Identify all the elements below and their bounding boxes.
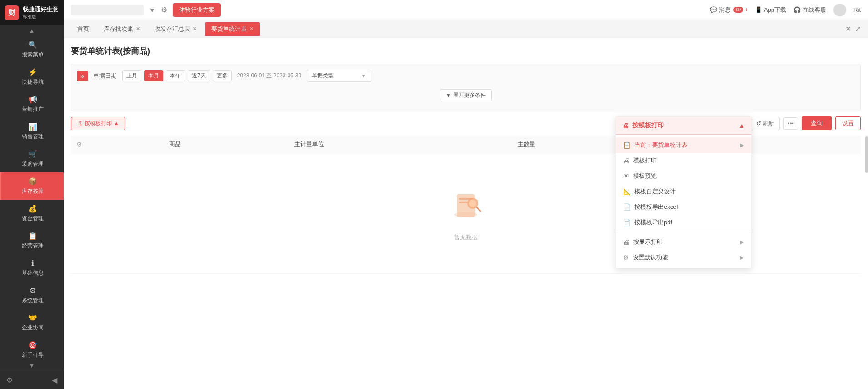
template-custom-icon: 📐 [623,188,631,195]
sidebar-item-search[interactable]: 🔍 搜索菜单 [0,36,64,63]
tabbar-right: ✕ ⤢ [845,25,861,33]
display-print-chevron: ▶ [740,239,744,245]
sidebar-item-label: 营销推广 [22,106,44,113]
messages-button[interactable]: 💬 消息 99 + [710,6,748,14]
date-btn-this-year[interactable]: 本年 [166,70,185,81]
more-options-button[interactable]: ••• [783,117,798,130]
template-preview-icon: 👁 [623,172,629,180]
table-col-product: 商品 [164,136,289,153]
current-template-item[interactable]: 📋 当前：要货单统计表 ▶ [616,137,751,153]
trial-button[interactable]: 体验行业方案 [173,3,221,17]
print-dropdown: 🖨 按模板打印 ▲ 📋 当前：要货单统计表 ▶ [615,116,752,268]
sidebar-item-inventory[interactable]: 📦 库存核算 [0,172,64,200]
filter-expand-button[interactable]: » [77,71,88,81]
sidebar-item-operations[interactable]: 📋 经营管理 [0,227,64,254]
tabbar-close-icon[interactable]: ✕ [845,25,851,33]
sidebar-item-purchase[interactable]: 🛒 采购管理 [0,145,64,172]
logo-icon: 财 [5,5,19,20]
online-support-button[interactable]: 🎧 在线客服 [793,6,826,14]
sidebar-item-quick-nav[interactable]: ⚡ 快捷导航 [0,63,64,91]
page-title: 要货单统计表(按商品) [71,45,861,56]
sidebar-item-label: 库存核算 [22,187,44,195]
app-download-button[interactable]: 📱 App下载 [755,6,786,14]
tab-order-stats[interactable]: 要货单统计表 ✕ [205,22,260,36]
sidebar-item-label: 新手引导 [22,351,44,359]
collapse-icon[interactable]: ◀ [52,376,57,384]
sidebar-item-sales[interactable]: 📊 销售管理 [0,118,64,145]
search-icon: 🔍 [28,40,37,49]
sidebar-item-label: 销售管理 [22,133,44,141]
sidebar-item-enterprise[interactable]: 🤝 企业协同 [0,309,64,336]
topbar-right: 💬 消息 99 + 📱 App下载 🎧 在线客服 Rit [710,4,861,16]
current-template-chevron: ▶ [740,142,744,148]
empty-illustration [448,185,484,228]
template-preview-item[interactable]: 👁 模板预览 [616,168,751,184]
sidebar-item-basics[interactable]: ℹ 基础信息 [0,254,64,282]
tab-home[interactable]: 首页 [71,22,95,36]
query-button[interactable]: 查询 [802,116,832,130]
date-btn-this-month[interactable]: 本月 [144,70,163,81]
badge-plus: + [745,7,748,12]
default-func-item[interactable]: ⚙ 设置默认功能 ▶ [616,250,751,265]
sidebar-bottom: ⚙ ◀ [0,371,64,389]
settings-icon[interactable]: ⚙ [6,376,13,384]
template-print-icon: 🖨 [623,157,629,164]
setting-button[interactable]: 设置 [835,116,861,130]
sidebar-item-system[interactable]: ⚙ 系统管理 [0,282,64,309]
filter-bar: » 单据日期 上月 本月 本年 近7天 更多 2023-06-01 至 2023… [71,64,861,111]
template-export-pdf-item[interactable]: 📄 按模板导出pdf [616,215,751,230]
topbar-chevron-icon[interactable]: ▼ [149,6,155,14]
messages-badge: 99 [733,7,743,13]
print-template-button[interactable]: 🖨 按模板打印 ▲ [71,117,125,130]
tabbar: 首页 库存批次账 ✕ 收发存汇总表 ✕ 要货单统计表 ✕ ✕ ⤢ [64,20,868,38]
display-print-item[interactable]: 🖨 按显示打印 ▶ [616,234,751,250]
type-filter-select[interactable]: 单据类型 ▼ [307,70,371,82]
marketing-icon: 📢 [28,95,37,104]
expand-more-filters-button[interactable]: ▼ 展开更多条件 [440,89,492,101]
sales-icon: 📊 [28,122,37,131]
refresh-icon: ↺ [756,120,761,127]
sidebar-item-finance[interactable]: 💰 资金管理 [0,200,64,227]
tab-receipt-summary[interactable]: 收发存汇总表 ✕ [148,22,203,36]
date-btn-more[interactable]: 更多 [213,70,232,81]
print-icon: 🖨 [77,120,83,127]
tab-close-receipt-summary[interactable]: ✕ [193,26,197,32]
sidebar: 财 畅捷通好生意 标准版 ▲ 🔍 搜索菜单 ⚡ 快捷导航 📢 营销推广 📊 销售… [0,0,64,389]
topbar-gear-icon[interactable]: ⚙ [161,5,167,14]
basics-icon: ℹ [31,259,34,268]
default-func-chevron: ▶ [740,254,744,261]
template-export-excel-item[interactable]: 📄 按模板导出excel [616,199,751,215]
username-label: Rit [853,6,861,13]
sidebar-item-label: 基础信息 [22,269,44,277]
sidebar-item-marketing[interactable]: 📢 营销推广 [0,91,64,118]
table-col-settings[interactable]: ⚙ [71,136,164,153]
display-print-icon: 🖨 [623,238,629,246]
sidebar-item-label: 资金管理 [22,215,44,222]
tabbar-expand-icon[interactable]: ⤢ [855,25,861,33]
topbar-search-input[interactable] [71,5,144,15]
template-print-item[interactable]: 🖨 模板打印 [616,153,751,168]
tab-close-inventory-batch[interactable]: ✕ [136,26,140,32]
topbar: ▼ ⚙ 体验行业方案 💬 消息 99 + 📱 App下载 🎧 在线客服 Rit [64,0,868,20]
print-dropdown-close-icon[interactable]: ▲ [738,122,745,129]
print-dropdown-divider [616,232,751,232]
template-export-excel-icon: 📄 [623,203,631,211]
refresh-button[interactable]: ↺ 刷新 [750,117,780,130]
enterprise-icon: 🤝 [28,313,37,322]
tab-close-order-stats[interactable]: ✕ [249,26,254,32]
date-btn-last-month[interactable]: 上月 [122,70,141,81]
sidebar-scroll-down[interactable]: ▼ [0,360,64,371]
date-btn-last-7-days[interactable]: 近7天 [188,70,210,81]
print-dropdown-section: 📋 当前：要货单统计表 ▶ 🖨 模板打印 👁 [616,135,751,268]
user-avatar[interactable] [833,4,846,16]
sidebar-item-guide[interactable]: 🎯 新手引导 [0,336,64,360]
app-download-icon: 📱 [755,6,762,13]
sidebar-scroll-up[interactable]: ▲ [0,25,64,36]
edge-scrollbar[interactable] [865,136,868,173]
empty-text-label: 暂无数据 [454,233,478,242]
sidebar-items: 🔍 搜索菜单 ⚡ 快捷导航 📢 营销推广 📊 销售管理 🛒 采购管理 📦 库存核… [0,36,64,360]
tab-inventory-batch[interactable]: 库存批次账 ✕ [97,22,146,36]
table-settings-icon[interactable]: ⚙ [76,141,82,148]
quick-nav-icon: ⚡ [28,68,37,76]
template-custom-item[interactable]: 📐 模板自定义设计 [616,184,751,199]
